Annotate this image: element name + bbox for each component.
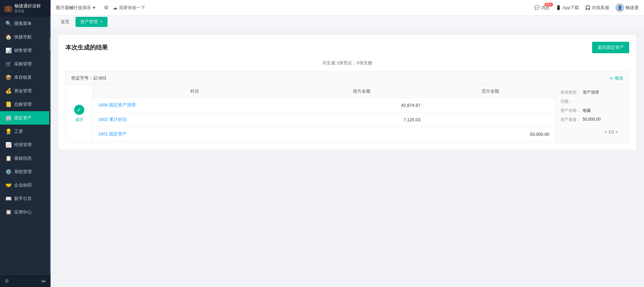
sidebar-item-purchase[interactable]: 🛒 采购管理 (0, 57, 49, 71)
edit-icon: ✏ (610, 76, 613, 81)
main-area: 医疗器械行业演示 ▾ ⚙ ☁ 我要体验一下 💬 消息 99+ 📱 App下载 🎧… (51, 0, 644, 287)
table-row: 1602 累计折旧 7,125.03 (93, 113, 555, 127)
ledger-icon: 📒 (5, 101, 11, 107)
page-title-row: 本次生成的结果 返回固定资产 (65, 42, 629, 53)
voucher-section: 凭证字号：记-003 ✏ 修改 ✓ 成功 (65, 71, 629, 143)
app-download-label: App下载 (562, 5, 579, 11)
asset-name-value: 电脑 (583, 108, 591, 114)
sidebar-item-label-quick-nav: 快捷导航 (14, 34, 32, 40)
next-page[interactable]: > (615, 129, 618, 134)
credit-cell (426, 113, 555, 127)
sidebar-scrollbar-track[interactable] (49, 17, 51, 275)
experience-button[interactable]: ☁ 我要体验一下 (113, 5, 145, 11)
table-row: 1601 固定资产 50,000.00 (93, 127, 555, 141)
result-summary: 共生成 1张凭证，0张失败 (65, 60, 629, 66)
info-asset-value: 资产原值： 50,000.00 (560, 117, 623, 123)
sidebar-scrollbar-thumb[interactable] (49, 37, 51, 51)
tab-close-icon[interactable]: ✕ (100, 20, 103, 24)
sidebar-item-label-system: 系统管理 (14, 169, 32, 175)
user-menu[interactable]: 👤 畅捷通 (615, 3, 639, 12)
return-button[interactable]: 返回固定资产 (592, 42, 629, 53)
sidebar-item-app-center[interactable]: 🔲 应用中心 (0, 205, 49, 219)
sidebar-item-operations[interactable]: 📈 经营管理 (0, 138, 49, 152)
col-credit: 贷方金额 (426, 85, 555, 98)
sidebar-nav: 🔍 搜索菜单 🏠 快捷导航 📊 销售管理 🛒 采购管理 📦 库存核算 💰 资金管… (0, 17, 49, 275)
message-icon: 💬 (534, 5, 540, 10)
sidebar-item-guide[interactable]: 📖 新手引导 (0, 192, 49, 205)
success-icon: ✓ (74, 105, 84, 115)
subject-cell[interactable]: 1601 固定资产 (93, 127, 297, 141)
messages-badge: 99+ (545, 3, 553, 6)
tabs-bar: 首页 资产管理 ✕ (51, 15, 644, 28)
voucher-table: 科目 借方金额 贷方金额 1606 固定资产清理 42,874.97 1602 … (93, 85, 555, 142)
sidebar-item-quick-nav[interactable]: 🏠 快捷导航 (0, 30, 49, 44)
messages-button[interactable]: 💬 消息 99+ (534, 5, 550, 11)
company-dropdown-icon: ▾ (93, 5, 95, 10)
sidebar-item-label-fixed-assets: 固定资产 (14, 115, 32, 121)
sidebar-item-ledger[interactable]: 📒 总账管理 (0, 98, 49, 111)
sidebar-item-payroll[interactable]: 👷 工资 (0, 125, 49, 138)
tab-asset-management[interactable]: 资产管理 ✕ (75, 17, 108, 27)
page-title: 本次生成的结果 (65, 43, 108, 52)
sidebar-item-cooperation[interactable]: 🤝 企业协同 (0, 179, 49, 192)
sidebar-item-system[interactable]: ⚙️ 系统管理 (0, 165, 49, 179)
sidebar-item-inventory[interactable]: 📦 库存核算 (0, 71, 49, 84)
sales-icon: 📊 (5, 47, 11, 54)
settings-gear-icon[interactable]: ⚙ (104, 4, 109, 11)
edit-button[interactable]: ✏ 修改 (610, 75, 623, 81)
col-subject: 科目 (93, 85, 297, 98)
sidebar-item-fixed-assets[interactable]: 🏢 固定资产 (0, 111, 49, 125)
subject-cell[interactable]: 1606 固定资产清理 (93, 98, 297, 113)
topbar-divider (99, 4, 100, 11)
sidebar-item-label-purchase: 采购管理 (14, 61, 32, 67)
info-change-type: 变动类型： 资产清理 (560, 90, 623, 95)
credit-cell: 50,000.00 (426, 127, 555, 141)
sidebar-item-label-ledger: 总账管理 (14, 101, 32, 107)
sidebar-item-sales[interactable]: 📊 销售管理 (0, 44, 49, 57)
sidebar-item-label-guide: 新手引导 (14, 196, 32, 202)
company-selector[interactable]: 医疗器械行业演示 ▾ (56, 5, 95, 11)
service-button[interactable]: 🎧 在线客服 (585, 5, 609, 11)
search-icon: 🔍 (5, 21, 11, 27)
company-name: 医疗器械行业演示 (56, 5, 91, 11)
asset-name-label: 资产名称： (560, 108, 581, 114)
sidebar: 💼 畅捷通好业财 普及版 🔍 搜索菜单 🏠 快捷导航 📊 销售管理 🛒 采购管理… (0, 0, 51, 287)
change-type-value: 资产清理 (583, 90, 599, 95)
sidebar-item-search[interactable]: 🔍 搜索菜单 (0, 17, 49, 30)
cooperation-icon: 🤝 (5, 182, 11, 188)
sidebar-item-label-payroll: 工资 (14, 128, 23, 134)
tab-home[interactable]: 首页 (56, 17, 74, 27)
app-download-button[interactable]: 📱 App下载 (556, 5, 579, 11)
voucher-header: 凭证字号：记-003 ✏ 修改 (66, 72, 629, 85)
operations-icon: 📈 (5, 142, 11, 148)
settings-icon[interactable]: ⚙ (5, 278, 9, 284)
quick-nav-icon: 🏠 (5, 34, 11, 40)
sidebar-item-label-basic-info: 基础信息 (14, 155, 32, 161)
payroll-icon: 👷 (5, 128, 11, 134)
home-tab-label: 首页 (61, 19, 69, 25)
sidebar-item-label-inventory: 库存核算 (14, 74, 32, 81)
user-name: 畅捷通 (625, 5, 639, 11)
sidebar-item-label-operations: 经营管理 (14, 142, 32, 148)
sidebar-item-basic-info[interactable]: 📋 基础信息 (0, 152, 49, 165)
credit-cell (426, 98, 555, 113)
topbar-right: 💬 消息 99+ 📱 App下载 🎧 在线客服 👤 畅捷通 (534, 3, 639, 12)
voucher-body: ✓ 成功 科目 借方金额 贷方金额 (66, 85, 629, 142)
edit-label: 修改 (615, 75, 623, 81)
debit-cell: 7,125.03 (297, 113, 426, 127)
voucher-code: 凭证字号：记-003 (71, 75, 106, 81)
sidebar-item-funds[interactable]: 💰 资金管理 (0, 84, 49, 98)
guide-icon: 📖 (5, 196, 11, 202)
experience-label: 我要体验一下 (119, 5, 145, 11)
date-label: 日期： (560, 99, 573, 104)
subject-cell[interactable]: 1602 累计折旧 (93, 113, 297, 127)
sidebar-item-label-sales: 销售管理 (14, 47, 32, 54)
funds-icon: 💰 (5, 88, 11, 94)
change-type-label: 变动类型： (560, 90, 581, 95)
info-asset-name: 资产名称： 电脑 (560, 108, 623, 114)
prev-page[interactable]: < (605, 129, 607, 134)
sidebar-item-label-funds: 资金管理 (14, 88, 32, 94)
system-icon: ⚙️ (5, 169, 11, 175)
collapse-icon[interactable]: ⏮ (41, 278, 46, 284)
page-indicator: 1/1 (608, 129, 616, 134)
